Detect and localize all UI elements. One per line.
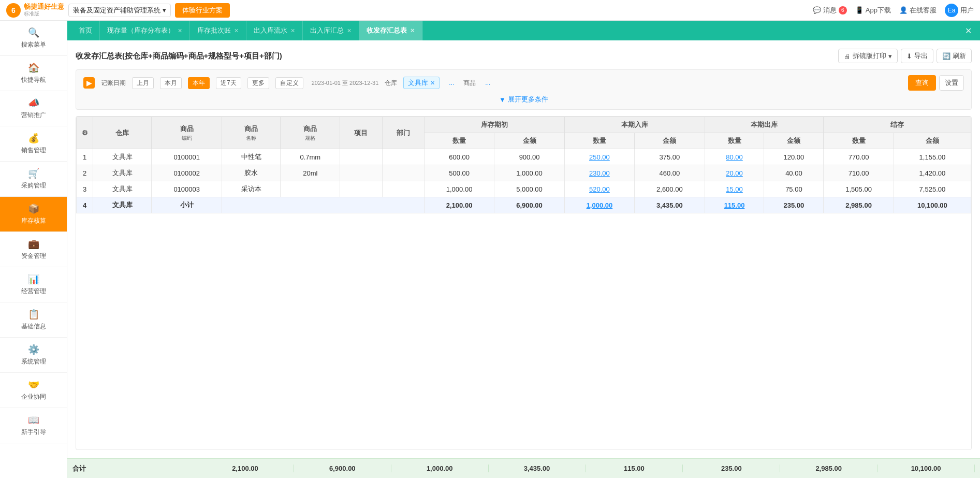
close-all-tabs[interactable]: ✕ [961, 26, 976, 36]
row2-warehouse: 文具库 [93, 165, 152, 181]
message-icon: 💬 [813, 6, 821, 14]
date-btn-custom[interactable]: 自定义 [275, 77, 303, 89]
goods-name-header: 商品名称 [222, 117, 280, 149]
sidebar-item-finance[interactable]: 💼 资金管理 [0, 232, 67, 267]
goods-filter-label: 商品 [463, 79, 476, 88]
sidebar-label-finance: 资金管理 [21, 252, 46, 260]
sidebar-item-system[interactable]: ⚙️ 系统管理 [0, 338, 67, 373]
query-btn[interactable]: 查询 [908, 75, 936, 91]
online-service-action[interactable]: 👤 在线客服 [899, 6, 937, 15]
tab-stock-dist[interactable]: 现存量（库存分布表） ✕ [100, 21, 190, 40]
row3-warehouse: 文具库 [93, 181, 152, 197]
table-header-row-1: ⚙ 仓库 商品编码 商品名称 商品规格 项目 部门 库存期初 本期入库 本期出库… [77, 117, 971, 133]
warehouse-header: 仓库 [93, 117, 152, 149]
main-layout: 🔍 搜索菜单 🏠 快捷导航 📣 营销推广 💰 销售管理 🛒 采购管理 📦 库存核… [0, 21, 980, 478]
gear-header[interactable]: ⚙ [77, 117, 93, 149]
tab-home[interactable]: 首页 [71, 21, 100, 40]
date-btn-this-year[interactable]: 本年 [188, 77, 210, 89]
goods-more-btn[interactable]: ... [482, 79, 493, 86]
dropdown-print-icon: ▾ [888, 52, 892, 60]
refresh-btn[interactable]: 🔄 刷新 [937, 49, 972, 63]
tab-inout-flow-label: 出入库流水 [254, 26, 287, 35]
print-icon: 🖨 [844, 52, 851, 60]
row2-bal-qty: 710.00 [824, 165, 894, 181]
out-amt-header: 金额 [764, 133, 824, 149]
logo-title: 畅捷通好生意 [24, 3, 64, 11]
industry-btn[interactable]: 体验行业方案 [175, 3, 230, 18]
tab-inout-flow[interactable]: 出入库流水 ✕ [246, 21, 303, 40]
warehouse-more-btn[interactable]: ... [446, 79, 457, 86]
content-area: 首页 现存量（库存分布表） ✕ 库存批次账 ✕ 出入库流水 ✕ 出入库汇总 ✕ … [67, 21, 980, 478]
export-btn[interactable]: ⬇ 导出 [901, 49, 933, 63]
user-action[interactable]: Ea 用户 [945, 4, 974, 17]
message-badge: 6 [839, 6, 847, 15]
sidebar-item-guide[interactable]: 📖 新手引导 [0, 408, 67, 443]
date-btn-last-month[interactable]: 上月 [132, 77, 154, 89]
sidebar-item-cooperation[interactable]: 🤝 企业协同 [0, 373, 67, 408]
print-btn[interactable]: 🖨 拆镜版打印 ▾ [838, 49, 898, 63]
tab-stock-dist-close[interactable]: ✕ [178, 27, 182, 34]
sidebar-item-basic[interactable]: 📋 基础信息 [0, 302, 67, 338]
date-btn-more[interactable]: 更多 [247, 77, 269, 89]
sidebar-item-inventory[interactable]: 📦 库存核算 [0, 197, 67, 232]
row1-out-amt: 120.00 [764, 149, 824, 165]
sidebar-item-search[interactable]: 🔍 搜索菜单 [0, 21, 67, 56]
sidebar-item-quick-nav[interactable]: 🏠 快捷导航 [0, 56, 67, 91]
in-qty-header: 数量 [564, 133, 634, 149]
message-action[interactable]: 💬 消息 6 [813, 6, 847, 15]
operation-icon: 📊 [28, 273, 39, 285]
sidebar-label-sales: 销售管理 [21, 146, 46, 155]
setting-btn[interactable]: 设置 [939, 75, 964, 91]
subtotal-bal-amt: 10,100.00 [894, 197, 971, 213]
date-filter-label: 记账日期 [101, 79, 126, 88]
sidebar-item-sales[interactable]: 💰 销售管理 [0, 126, 67, 162]
tab-receive-summary[interactable]: 收发存汇总表 ✕ [359, 21, 422, 40]
row3-spec [281, 181, 340, 197]
tab-batch[interactable]: 库存批次账 ✕ [190, 21, 246, 40]
tab-receive-summary-label: 收发存汇总表 [367, 26, 407, 35]
row1-open-amt: 900.00 [494, 149, 564, 165]
expand-conditions-btn[interactable]: ▼ 展开更多条件 [499, 95, 548, 104]
sidebar-item-purchase[interactable]: 🛒 采购管理 [0, 162, 67, 197]
purchase-icon: 🛒 [28, 168, 39, 179]
row2-name: 胶水 [222, 165, 280, 181]
row3-out-qty[interactable]: 15.00 [705, 181, 764, 197]
row1-bal-amt: 1,155.00 [894, 149, 971, 165]
tab-inout-summary[interactable]: 出入库汇总 ✕ [303, 21, 359, 40]
goods-code-header: 商品编码 [152, 117, 222, 149]
filter-toggle-btn[interactable]: ▶ [83, 77, 95, 89]
row1-dept [382, 149, 424, 165]
total-open-amt: 6,900.00 [294, 465, 391, 472]
row3-open-amt: 5,000.00 [494, 181, 564, 197]
tab-inout-flow-close[interactable]: ✕ [290, 27, 295, 34]
logo-sub: 标准版 [24, 10, 64, 18]
row3-open-qty: 1,000.00 [424, 181, 494, 197]
date-btn-7days[interactable]: 近7天 [216, 77, 241, 89]
row1-out-qty[interactable]: 80.00 [705, 149, 764, 165]
tab-inout-summary-close[interactable]: ✕ [347, 27, 352, 34]
table-row: 2 文具库 0100002 胶水 20ml 500.00 1,000.00 23… [77, 165, 971, 181]
system-icon: ⚙️ [28, 344, 39, 355]
home-icon: 🏠 [28, 62, 39, 74]
sidebar-item-marketing[interactable]: 📣 营销推广 [0, 91, 67, 126]
warehouse-tag-close[interactable]: ✕ [430, 80, 435, 86]
warehouse-tag: 文具库 ✕ [403, 77, 440, 89]
row2-in-qty[interactable]: 230.00 [564, 165, 634, 181]
subtotal-out-qty: 115.00 [705, 197, 764, 213]
tab-receive-summary-close[interactable]: ✕ [410, 27, 415, 34]
logo-area: 6 畅捷通好生意 标准版 [6, 3, 64, 18]
subtotal-no: 4 [77, 197, 93, 213]
date-btn-this-month[interactable]: 本月 [160, 77, 182, 89]
tab-batch-close[interactable]: ✕ [234, 27, 239, 34]
row2-out-qty[interactable]: 20.00 [705, 165, 764, 181]
subtotal-warehouse: 文具库 [93, 197, 152, 213]
row1-in-qty[interactable]: 250.00 [564, 149, 634, 165]
app-download-action[interactable]: 📱 App下载 [855, 6, 891, 15]
row3-in-qty[interactable]: 520.00 [564, 181, 634, 197]
cooperation-icon: 🤝 [28, 379, 39, 390]
system-title[interactable]: 装备及固定资产辅助管理系统 ▾ [68, 4, 171, 17]
warehouse-tag-text: 文具库 [408, 78, 428, 88]
row3-bal-qty: 1,505.00 [824, 181, 894, 197]
row3-out-amt: 75.00 [764, 181, 824, 197]
sidebar-item-operation[interactable]: 📊 经营管理 [0, 267, 67, 302]
